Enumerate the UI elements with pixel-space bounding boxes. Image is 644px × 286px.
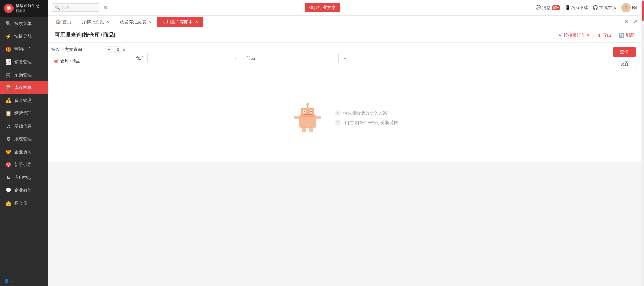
home-icon: 🏠 [56,19,61,24]
sidebar-bottom-icon: 👤 [4,279,9,283]
query-button[interactable]: 查询 [613,47,636,57]
tab-home-label: 首页 [62,19,71,25]
tab-close-button[interactable]: ✕ [623,17,630,26]
close-receipt-summary-icon[interactable]: ✕ [148,20,151,24]
sidebar-item-member[interactable]: 👑 畅会员 [0,197,48,210]
member-icon: 👑 [5,200,11,206]
print-dropdown-icon: ▾ [587,33,589,38]
svg-rect-10 [316,116,321,119]
settings-scheme-button[interactable]: ⚙ [114,46,121,53]
customer-service-button[interactable]: 🎧 在线客服 [593,5,617,11]
guide-icon: 🎯 [5,162,11,168]
scheme-item-warehouse-product[interactable]: ◉ 仓库+商品 [51,56,125,66]
sidebar-item-label: 新手引导 [14,162,32,168]
sidebar-bottom[interactable]: 👤 ··· [0,276,48,286]
refresh-button[interactable]: 🔄 刷新 [619,32,635,38]
sidebar-item-label: 采购管理 [14,72,32,78]
message-button[interactable]: 💬 消息 99+ [536,5,560,11]
user-profile[interactable]: R Rit [621,3,637,12]
sidebar-item-label: 经营管理 [14,110,32,116]
message-label: 消息 [542,5,551,11]
scheme-item-label: 仓库+商品 [60,58,80,64]
warehouse-label: 仓库 [136,55,145,61]
basic-icon: 🗂 [5,123,11,129]
product-field: 商品 ··· [246,53,346,63]
tip-text-1: 请先选择要分析的方案 [343,110,387,116]
username: Rit [632,5,637,10]
phone-icon: 📱 [565,5,570,10]
sidebar-item-inventory[interactable]: 📦 库存核算 [0,81,48,94]
sidebar-item-guide[interactable]: 🎯 新手引导 [0,158,48,171]
svg-rect-6 [304,114,312,115]
sidebar-item-marketing[interactable]: 🎁 营销推广 [0,43,48,56]
sidebar-item-label: 企业微信 [14,187,32,193]
sidebar-scroll: 🔍 搜索菜单 ⚡ 快捷导航 🎁 营销推广 📈 销售管理 🛒 采购管理 📦 库存核… [0,17,48,276]
print-label: 按模板打印 [564,32,586,38]
product-label: 商品 [246,55,255,61]
print-template-button[interactable]: 🖨 按模板打印 ▾ [558,32,589,38]
business-icon: 📋 [5,110,11,116]
shortcut-icon: ⚡ [5,33,11,40]
sidebar-item-cooperation[interactable]: 🤝 企业协同 [0,146,48,158]
tab-expand-button[interactable]: ⤢ [632,17,639,26]
svg-point-5 [310,111,312,112]
tab-available-ledger[interactable]: 可用量库存账本 ✕ [157,17,203,27]
sidebar-item-label: 系统管理 [14,136,32,142]
close-available-ledger-icon[interactable]: ✕ [195,20,198,24]
service-label: 在线客服 [599,5,617,11]
collapse-scheme-icon[interactable]: « [123,47,125,52]
warehouse-field: 仓库 ··· [136,53,236,63]
sidebar-item-label: 畅会员 [14,200,27,206]
close-batch-account-icon[interactable]: ✕ [106,20,109,24]
search-icon: 🔍 [55,5,60,10]
svg-rect-7 [302,127,306,132]
sidebar-item-sales[interactable]: 📈 销售管理 [0,56,48,69]
content-area: 按以下方案查询 + ⚙ « ◉ 仓库+商品 仓库 ··· [48,43,641,286]
tip-text-2: 用[过滤]条件来缩小分析范围 [343,120,398,126]
product-input[interactable] [258,53,339,63]
topbar: 🔍 搜索 ⚙ 体验行业方案 💬 消息 99+ 📱 App下载 🎧 在线客服 R … [48,0,641,16]
warehouse-input[interactable] [147,53,228,63]
product-more-icon[interactable]: ··· [343,56,346,61]
gear-icon[interactable]: ⚙ [102,3,109,12]
sidebar-item-shortcut[interactable]: ⚡ 快捷导航 [0,30,48,43]
main-content: 🔍 搜索 ⚙ 体验行业方案 💬 消息 99+ 📱 App下载 🎧 在线客服 R … [48,0,641,286]
app-download-label: App下载 [571,5,588,11]
message-badge: 99+ [552,5,560,10]
topbar-search[interactable]: 🔍 搜索 [52,3,99,12]
empty-tip-2: 2 用[过滤]条件来缩小分析范围 [335,120,398,126]
tab-batch-account[interactable]: 库存批次账 ✕ [77,17,114,27]
topbar-right: 💬 消息 99+ 📱 App下载 🎧 在线客服 R Rit [536,3,637,12]
industry-solution-button[interactable]: 体验行业方案 [305,3,340,12]
app-download-button[interactable]: 📱 App下载 [565,5,588,11]
sidebar-item-business[interactable]: 📋 经营管理 [0,107,48,120]
sidebar-item-system[interactable]: ⚙ 系统管理 [0,133,48,146]
purchase-icon: 🛒 [5,72,11,78]
sidebar-item-search[interactable]: 🔍 搜索菜单 [0,17,48,30]
export-button[interactable]: ⬆ 导出 [597,32,611,38]
settings-button[interactable]: 设置 [613,59,636,69]
sidebar-item-label: 库存核算 [14,85,32,91]
tab-receipt-summary-label: 收发存汇总表 [120,19,146,25]
sidebar-item-finance[interactable]: 💰 资金管理 [0,94,48,107]
sidebar-item-purchase[interactable]: 🛒 采购管理 [0,69,48,81]
logo-icon: 畅 [4,4,14,13]
warehouse-more-icon[interactable]: ··· [232,56,236,61]
marketing-icon: 🎁 [5,46,11,52]
query-scheme-header: 按以下方案查询 + ⚙ « [51,46,125,53]
add-scheme-button[interactable]: + [105,46,112,53]
page-header-actions: 🖨 按模板打印 ▾ | ⬆ 导出 | 🔄 刷新 [558,32,635,38]
page-title: 可用量查询(按仓库+商品) [55,32,115,39]
right-scrollbar[interactable] [641,0,644,286]
sidebar-item-appstore[interactable]: 🖥 应用中心 [0,171,48,184]
refresh-icon: 🔄 [619,33,624,38]
tab-receipt-summary[interactable]: 收发存汇总表 ✕ [115,17,156,27]
sidebar-item-wechat[interactable]: 💬 企业微信 [0,184,48,197]
svg-rect-1 [301,108,314,117]
sidebar-item-label: 资金管理 [14,98,32,104]
tab-home[interactable]: 🏠 首页 [51,17,76,27]
sidebar-item-basic[interactable]: 🗂 基础信息 [0,120,48,133]
tab-available-ledger-label: 可用量库存账本 [162,19,193,25]
tip-num-1: 1 [335,110,341,116]
sidebar-item-label: 营销推广 [14,46,32,52]
